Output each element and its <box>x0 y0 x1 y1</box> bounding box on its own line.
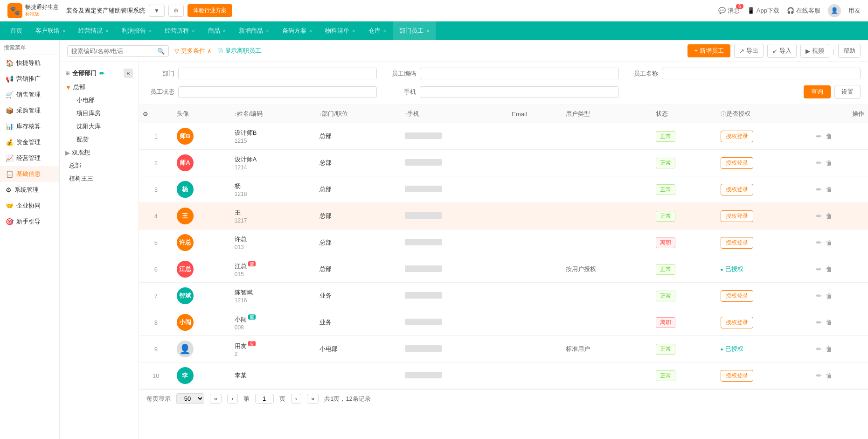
sidebar-item-system[interactable]: ⚙ 系统管理 <box>0 182 59 198</box>
dropdown-btn[interactable]: ▼ <box>149 5 165 17</box>
tab-business-history-close[interactable]: × <box>192 28 194 34</box>
tab-goods-close[interactable]: × <box>223 28 226 34</box>
edit-icon[interactable]: ✏ <box>816 292 822 300</box>
sidebar-item-inventory[interactable]: 📊 库存核算 <box>0 118 59 134</box>
sidebar-item-quick-nav[interactable]: 🏠 快捷导航 <box>0 55 59 71</box>
delete-icon[interactable]: 🗑 <box>826 212 832 220</box>
dept-node-head[interactable]: ▼ 总部 <box>60 81 139 94</box>
dept-node-distribution[interactable]: 配货 <box>67 133 139 146</box>
help-btn[interactable]: 帮助 <box>838 44 861 58</box>
page-input[interactable] <box>255 394 274 404</box>
sidebar-item-finance[interactable]: 💰 资金管理 <box>0 134 59 150</box>
auth-login-btn[interactable]: 授权登录 <box>721 184 753 195</box>
auth-login-btn[interactable]: 授权登录 <box>721 370 753 382</box>
delete-icon[interactable]: 🗑 <box>826 159 832 167</box>
auth-login-btn[interactable]: 授权登录 <box>721 290 753 302</box>
delete-icon[interactable]: 🗑 <box>826 265 832 273</box>
import-btn[interactable]: ↙ 导入 <box>767 44 797 58</box>
tab-add-goods-close[interactable]: × <box>266 28 269 34</box>
employee-name-filter-input[interactable] <box>662 68 861 79</box>
tab-business-history[interactable]: 经营历程× <box>158 21 201 40</box>
delete-icon[interactable]: 🗑 <box>826 319 832 326</box>
employee-status-filter-select[interactable] <box>178 86 377 98</box>
sidebar-item-purchase[interactable]: 📦 采购管理 <box>0 103 59 118</box>
edit-icon[interactable]: ✏ <box>816 265 822 273</box>
edit-icon[interactable]: ✏ <box>816 212 822 220</box>
edit-icon[interactable]: ✏ <box>816 345 822 353</box>
all-dept-label[interactable]: 全部部门 <box>72 69 97 77</box>
delete-icon[interactable]: 🗑 <box>826 292 832 300</box>
tab-customer-close[interactable]: × <box>62 28 65 34</box>
sidebar-item-sales[interactable]: 🛒 销售管理 <box>0 87 59 103</box>
auth-login-btn[interactable]: 授权登录 <box>721 210 753 222</box>
col-dept[interactable]: 部门/职位 <box>316 105 401 123</box>
col-phone[interactable]: 手机 <box>401 105 508 123</box>
video-btn[interactable]: ▶ 视频 <box>800 44 829 58</box>
tab-bom[interactable]: 物料清单× <box>319 21 361 40</box>
prev-page-btn[interactable]: ‹ <box>227 394 237 404</box>
employee-code-filter-input[interactable] <box>420 68 618 79</box>
dept-node-shenyang[interactable]: 沈阳大库 <box>67 120 139 133</box>
sidebar-item-management[interactable]: 📈 经营管理 <box>0 150 59 166</box>
sidebar-item-marketing[interactable]: 📢 营销推广 <box>0 71 59 87</box>
dept-node-shuanglu[interactable]: ▶ 双鹿想 <box>60 146 139 159</box>
sidebar-item-guide[interactable]: 🎯 新手引导 <box>0 214 59 230</box>
search-input[interactable] <box>71 48 155 55</box>
edit-icon[interactable]: ✏ <box>816 132 822 140</box>
settings-filter-btn[interactable]: 设置 <box>834 85 861 99</box>
edit-icon[interactable]: ✏ <box>816 319 822 326</box>
tab-goods[interactable]: 商品× <box>201 21 232 40</box>
tab-warehouse[interactable]: 仓库× <box>362 21 393 40</box>
online-service-area[interactable]: 🎧 在线客服 <box>787 7 820 15</box>
settings-gear-btn[interactable]: ⚙ <box>168 5 184 17</box>
dept-node-zhishu[interactable]: 植树王三 <box>60 172 139 185</box>
edit-icon[interactable]: ✏ <box>816 372 822 379</box>
edit-icon[interactable]: ✏ <box>816 159 822 167</box>
tab-bom-close[interactable]: × <box>352 28 355 34</box>
collapse-tree-btn[interactable]: « <box>124 69 133 78</box>
sidebar-search-input[interactable] <box>4 44 60 51</box>
delete-icon[interactable]: 🗑 <box>826 186 832 193</box>
tab-dept-employee[interactable]: 部门员工× <box>393 21 436 40</box>
tab-dept-employee-close[interactable]: × <box>426 28 429 34</box>
tab-profit-close[interactable]: × <box>149 28 152 34</box>
app-download-area[interactable]: 📱 App下载 <box>747 7 779 15</box>
tab-operation[interactable]: 经营情况× <box>72 21 115 40</box>
add-employee-btn[interactable]: + 新增员工 <box>687 44 730 57</box>
auth-login-btn[interactable]: 授权登录 <box>721 237 753 249</box>
dept-filter-select[interactable] <box>178 68 377 79</box>
dept-node-head2[interactable]: 总部 <box>60 159 139 172</box>
delete-icon[interactable]: 🗑 <box>826 372 832 379</box>
last-page-btn[interactable]: » <box>307 394 319 404</box>
dept-edit-icon[interactable]: ✏ <box>99 70 104 77</box>
tab-barcode-close[interactable]: × <box>309 28 312 34</box>
tab-home[interactable]: 首页 <box>4 21 29 40</box>
delete-icon[interactable]: 🗑 <box>826 239 832 246</box>
user-avatar[interactable]: 👤 <box>828 4 841 17</box>
query-btn[interactable]: 查询 <box>804 85 831 98</box>
edit-icon[interactable]: ✏ <box>816 239 822 246</box>
more-filters-btn[interactable]: ▽ 更多条件 ∧ <box>174 47 212 55</box>
dept-node-xiaodian[interactable]: 小电部 <box>67 94 139 107</box>
export-btn[interactable]: ↗ 导出 <box>734 44 764 58</box>
col-name[interactable]: 姓名/编码 <box>231 105 316 123</box>
delete-icon[interactable]: 🗑 <box>826 132 832 140</box>
tab-barcode[interactable]: 条码方案× <box>276 21 319 40</box>
delete-icon[interactable]: 🗑 <box>826 345 832 353</box>
sidebar-item-basic-info[interactable]: 📋 基础信息 <box>0 166 59 182</box>
sidebar-item-collab[interactable]: 🤝 企业协同 <box>0 198 59 214</box>
message-icon-area[interactable]: 💬 消息 6 <box>718 7 740 15</box>
tab-operation-close[interactable]: × <box>105 28 108 34</box>
first-page-btn[interactable]: « <box>210 394 222 404</box>
tab-profit[interactable]: 利润报告× <box>115 21 158 40</box>
tab-customer[interactable]: 客户联络× <box>29 21 72 40</box>
auth-login-btn[interactable]: 授权登录 <box>721 157 753 169</box>
edit-icon[interactable]: ✏ <box>816 186 822 193</box>
tab-warehouse-close[interactable]: × <box>383 28 386 34</box>
dept-node-project[interactable]: 项目库房 <box>67 107 139 120</box>
tab-add-goods[interactable]: 新增商品× <box>232 21 275 40</box>
per-page-select[interactable]: 50 100 <box>176 393 204 404</box>
col-settings[interactable] <box>139 105 173 123</box>
trial-btn[interactable]: 体验行业方案 <box>187 4 232 17</box>
show-offline-checkbox[interactable]: ☑ 显示离职员工 <box>217 47 261 55</box>
